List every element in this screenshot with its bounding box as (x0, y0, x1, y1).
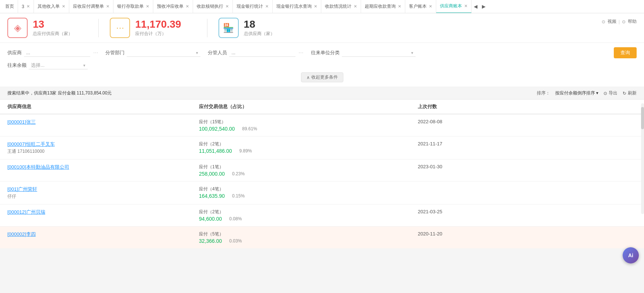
nav-tab-prepay[interactable]: 预收冲应收单 ✕ (153, 0, 193, 13)
table-row: [000007]恒旺二手叉车 王通 17106110000 应付（2笔） 11,… (0, 137, 644, 159)
close-icon[interactable]: ✕ (429, 4, 432, 9)
last-pay-cell-2: 2021-11-17 (418, 141, 637, 146)
balance-label: 往来余额 (7, 62, 27, 69)
dept-select[interactable] (127, 49, 200, 57)
close-icon[interactable]: ✕ (225, 4, 229, 9)
refresh-icon: ↻ (623, 91, 626, 96)
supplier-link-000012[interactable]: [000012]广州贝瑞 (7, 209, 199, 216)
stats-bar: 13 总应付供应商（家） 11,170.39 应付合计（万） 18 总供应商（家… (0, 13, 644, 43)
filter-row-2: 往来余额 选择... (7, 61, 637, 69)
close-icon[interactable]: ✕ (27, 4, 30, 9)
table-row-inner: [000007]恒旺二手叉车 王通 17106110000 应付（2笔） 11,… (0, 137, 644, 159)
nav-prev-arrow[interactable]: ◀ (472, 0, 480, 13)
col-last-payment: 上次付数 (418, 103, 637, 110)
search-button[interactable]: 查询 (614, 47, 637, 58)
refresh-button[interactable]: ↻ 刷新 (623, 90, 637, 96)
nav-tab-receipt-stats[interactable]: 收款情况统计 ✕ (321, 0, 361, 13)
supplier-link-000002[interactable]: [000002]李四 (7, 231, 199, 238)
table-row-inner: [000012]广州贝瑞 应付（2笔） 94,600.00 0.08% 2021… (0, 204, 644, 226)
close-icon[interactable]: ✕ (354, 4, 357, 9)
close-icon[interactable]: ✕ (398, 4, 401, 9)
unit-select[interactable] (342, 49, 416, 57)
table-row-inner: [000001]张三 应付（15笔） 100,092,540.00 89.61%… (0, 114, 644, 136)
trans-amount-1[interactable]: 100,092,540.00 (199, 126, 235, 132)
stat-divider-2 (207, 19, 207, 37)
payable-suppliers-label: 总应付供应商（家） (33, 31, 73, 37)
result-bar: 搜索结果中，供应商13家 应付金额 111,703,854.00元 排序： 按应… (0, 87, 644, 100)
trans-cell-2: 应付（2笔） 11,051,486.00 9.89% (199, 141, 418, 154)
supplier-link-001[interactable]: [001]广州荣轩 (7, 186, 199, 193)
supplier-cell-6: [000002]李四 (7, 231, 199, 238)
nav-tab-overdue[interactable]: 超期应收款查询 ✕ (361, 0, 405, 13)
close-icon[interactable]: ✕ (186, 4, 189, 9)
nav-tab-receipt[interactable]: 收款核销执行 ✕ (193, 0, 233, 13)
close-icon[interactable]: ✕ (106, 4, 109, 9)
nav-tab-supplier-ledger[interactable]: 供应商账本 ✕ (436, 0, 472, 13)
nav-tab-cash-flow[interactable]: 现金银行流水查询 ✕ (273, 0, 321, 13)
trans-amount-5[interactable]: 94,600.00 (199, 216, 222, 222)
supplier-dots[interactable]: ··· (93, 49, 98, 56)
nav-next-arrow[interactable]: ▶ (480, 0, 488, 13)
trans-cell-6: 应付（5笔） 32,366.00 0.03% (199, 231, 418, 244)
top-navigation: 首页 3 ✕ 其他收入单 ✕ 应收应付调整单 ✕ 银行存取款单 ✕ 预收冲应收单… (0, 0, 644, 13)
export-button[interactable]: ⊙ 导出 (603, 90, 617, 96)
filter-row-1: 供应商 ··· 分管部门 分管人员 ··· 往来单位分类 查询 (7, 47, 637, 58)
supplier-cell-3: [000100]本特勤油品有限公司 (7, 164, 199, 170)
close-icon[interactable]: ✕ (314, 4, 317, 9)
trans-amount-2[interactable]: 11,051,486.00 (199, 148, 232, 154)
help-links: ⊙ 视频 | ⊙ 帮助 (602, 18, 637, 25)
nav-tab-home[interactable]: 首页 (1, 0, 18, 13)
balance-select-wrap: 选择... (29, 61, 88, 69)
video-link[interactable]: 视频 (608, 18, 616, 25)
col-transaction-info: 应付交易信息（占比） (199, 103, 418, 110)
nav-tab-adjustment[interactable]: 应收应付调整单 ✕ (69, 0, 113, 13)
trans-amount-4[interactable]: 164,635.90 (199, 193, 225, 199)
help-link[interactable]: 帮助 (628, 18, 637, 25)
scrollbar-thumb[interactable] (641, 107, 644, 129)
collapse-button[interactable]: ∧ 收起更多条件 (301, 72, 343, 82)
supplier-link-000001[interactable]: [000001]张三 (7, 119, 199, 125)
nav-tab-cash-stats[interactable]: 现金银行统计 ✕ (233, 0, 273, 13)
close-icon[interactable]: ✕ (62, 4, 65, 9)
last-pay-cell-5: 2021-03-25 (418, 209, 637, 214)
supplier-cell-1: [000001]张三 (7, 119, 199, 125)
trans-percent-1: 89.61% (242, 126, 257, 131)
supplier-link-000100[interactable]: [000100]本特勤油品有限公司 (7, 164, 199, 170)
supplier-cell-2: [000007]恒旺二手叉车 王通 17106110000 (7, 141, 199, 155)
close-icon[interactable]: ✕ (146, 4, 149, 9)
stat-divider-1 (98, 19, 99, 37)
filter-area: 供应商 ··· 分管部门 分管人员 ··· 往来单位分类 查询 (0, 43, 644, 87)
table-row: [000001]张三 应付（15笔） 100,092,540.00 89.61%… (0, 114, 644, 137)
person-input[interactable] (229, 49, 295, 57)
grain-icon (110, 18, 130, 38)
table-header: 供应商信息 应付交易信息（占比） 上次付数 (0, 100, 644, 114)
close-icon[interactable]: ✕ (464, 4, 468, 8)
nav-tab-other-income[interactable]: 其他收入单 ✕ (34, 0, 69, 13)
scrollbar[interactable] (641, 103, 644, 214)
supplier-sub-4: 仔仔 (7, 193, 199, 200)
balance-filter: 往来余额 选择... (7, 61, 88, 69)
trans-amount-3[interactable]: 258,000.00 (199, 171, 225, 177)
dept-select-wrap (127, 49, 200, 57)
nav-tab-customer-ledger[interactable]: 客户账本 ✕ (405, 0, 436, 13)
nav-tab-bank-deposit[interactable]: 银行存取款单 ✕ (113, 0, 153, 13)
nav-tab-3[interactable]: 3 ✕ (18, 0, 34, 13)
supplier-input[interactable] (24, 49, 90, 57)
result-actions: 排序： 按应付余额倒序排序 ▾ ⊙ 导出 ↻ 刷新 (537, 90, 637, 96)
trans-amount-6[interactable]: 32,366.00 (199, 238, 222, 244)
person-dots[interactable]: ··· (298, 49, 303, 56)
close-icon[interactable]: ✕ (265, 4, 269, 9)
balance-select[interactable]: 选择... (29, 61, 88, 69)
trans-cell-3: 应付（1笔） 258,000.00 0.23% (199, 164, 418, 177)
payable-suppliers-stat: 13 总应付供应商（家） (7, 18, 73, 38)
supplier-link-000007[interactable]: [000007]恒旺二手叉车 (7, 141, 199, 148)
table-row-inner: [000002]李四 应付（5笔） 32,366.00 0.03% 2020-1… (0, 227, 644, 248)
table-row-inner: [000100]本特勤油品有限公司 应付（1笔） 258,000.00 0.23… (0, 159, 644, 181)
supplier-cell-5: [000012]广州贝瑞 (7, 209, 199, 216)
payable-suppliers-count: 13 (33, 19, 73, 30)
total-suppliers-count: 18 (244, 19, 275, 30)
export-icon: ⊙ (603, 91, 607, 96)
last-pay-cell-3: 2023-01-30 (418, 164, 637, 169)
trans-percent-3: 0.23% (232, 171, 245, 176)
sort-dropdown[interactable]: 按应付余额倒序排序 ▾ (555, 90, 598, 96)
